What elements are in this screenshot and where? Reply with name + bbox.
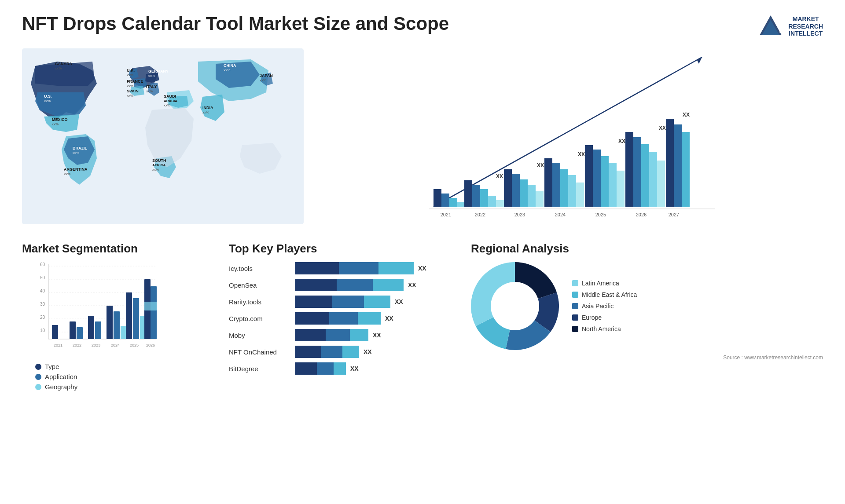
svg-text:XX: XX (578, 151, 585, 157)
player-bar-container: XX (295, 279, 416, 291)
svg-rect-73 (633, 137, 641, 207)
svg-rect-74 (641, 144, 649, 207)
donut-svg (471, 262, 559, 350)
svg-rect-81 (682, 132, 690, 207)
svg-text:INDIA: INDIA (202, 106, 213, 110)
map-section: CANADA xx% U.S. xx% MEXICO xx% BRAZIL xx… (22, 48, 308, 233)
bar-seg3 (358, 312, 381, 325)
donut-container: Latin America Middle East & Africa Asia … (471, 262, 823, 350)
svg-rect-55 (536, 191, 544, 207)
svg-rect-109 (121, 326, 127, 339)
svg-rect-69 (617, 171, 625, 207)
svg-rect-58 (544, 158, 552, 207)
player-row: Crypto.com XX (229, 312, 458, 325)
player-bar-container: XX (295, 262, 426, 274)
svg-rect-41 (457, 202, 465, 207)
legend-geography: Geography (35, 383, 216, 391)
player-label: XX (364, 348, 372, 355)
bar-seg1 (295, 262, 339, 274)
svg-text:CHINA: CHINA (224, 63, 236, 68)
svg-text:xx%: xx% (127, 84, 133, 88)
player-row: Rarity.tools XX (229, 296, 458, 308)
svg-text:2024: 2024 (555, 212, 566, 217)
bar-seg1 (295, 296, 332, 308)
logo-icon: M (757, 13, 784, 40)
svg-rect-53 (520, 179, 528, 207)
svg-text:xx%: xx% (64, 172, 70, 176)
svg-text:2024: 2024 (111, 343, 120, 347)
legend-type: Type (35, 363, 216, 370)
players-section: Top Key Players Icy.tools XX (229, 242, 458, 391)
player-name: Crypto.com (229, 315, 290, 322)
bar-seg3 (378, 262, 414, 274)
svg-rect-40 (449, 198, 457, 207)
world-map: CANADA xx% U.S. xx% MEXICO xx% BRAZIL xx… (22, 48, 308, 224)
svg-text:MEXICO: MEXICO (52, 117, 68, 122)
bar-seg2 (337, 279, 373, 291)
svg-text:2023: 2023 (92, 343, 100, 347)
regional-section: Regional Analysis (471, 242, 823, 391)
legend-geography-dot (35, 384, 41, 390)
player-name: NFT OnChained (229, 348, 290, 356)
segmentation-legend: Type Application Geography (35, 363, 216, 391)
player-label: XX (418, 265, 426, 272)
header: NFT Drops Calendar Tool Market Size and … (22, 13, 823, 40)
svg-text:FRANCE: FRANCE (127, 79, 143, 84)
page-title: NFT Drops Calendar Tool Market Size and … (22, 13, 449, 34)
svg-rect-116 (151, 286, 157, 339)
legend-type-dot (35, 364, 41, 370)
player-name: Rarity.tools (229, 298, 290, 306)
bar-seg1 (295, 312, 329, 325)
svg-rect-75 (649, 152, 657, 207)
bar-seg3 (373, 279, 404, 291)
svg-text:xx%: xx% (73, 151, 79, 155)
player-bar (295, 262, 414, 274)
bar-seg3 (334, 362, 346, 375)
segmentation-chart: 60 50 40 30 20 10 (35, 262, 158, 354)
svg-text:U.S.: U.S. (44, 94, 52, 99)
svg-rect-79 (666, 119, 674, 207)
svg-text:xx%: xx% (55, 66, 62, 70)
bar-seg3 (342, 346, 359, 358)
player-name: Moby (229, 332, 290, 339)
svg-rect-45 (472, 185, 480, 207)
svg-text:XX: XX (659, 125, 666, 131)
svg-text:GERMANY: GERMANY (148, 69, 169, 73)
svg-text:xx%: xx% (164, 103, 170, 107)
svg-text:2025: 2025 (595, 212, 606, 217)
player-bar-container: XX (295, 362, 359, 375)
bar-seg1 (295, 329, 326, 341)
bar-seg3 (350, 329, 368, 341)
svg-text:30: 30 (40, 302, 45, 307)
svg-rect-112 (133, 298, 139, 339)
svg-text:CANADA: CANADA (55, 62, 72, 66)
svg-text:xx%: xx% (224, 68, 230, 72)
player-bar-container: XX (295, 346, 372, 358)
legend-north-america: North America (572, 325, 637, 332)
svg-text:XX: XX (618, 138, 625, 144)
svg-rect-65 (585, 145, 593, 207)
svg-text:xx%: xx% (44, 99, 51, 103)
players-list: Icy.tools XX OpenSea (229, 262, 458, 375)
svg-text:M: M (779, 30, 783, 34)
svg-rect-80 (674, 124, 682, 207)
player-label: XX (373, 332, 381, 339)
svg-text:50: 50 (40, 275, 45, 280)
svg-rect-67 (601, 156, 609, 207)
bar-seg2 (317, 362, 334, 375)
svg-rect-46 (480, 189, 488, 207)
donut-legend: Latin America Middle East & Africa Asia … (572, 280, 637, 332)
svg-text:BRAZIL: BRAZIL (73, 146, 87, 150)
player-bar (295, 296, 390, 308)
svg-rect-51 (504, 169, 512, 207)
svg-rect-117 (144, 302, 157, 310)
svg-text:xx%: xx% (260, 78, 266, 82)
legend-europe: Europe (572, 314, 637, 321)
bar-chart-wrapper: 2021 XX 2022 XX 2023 (326, 53, 814, 229)
regional-title: Regional Analysis (471, 242, 823, 256)
player-row: NFT OnChained XX (229, 346, 458, 358)
svg-text:xx%: xx% (52, 122, 59, 126)
svg-text:xx%: xx% (146, 89, 153, 93)
svg-text:SPAIN: SPAIN (127, 89, 139, 93)
player-row: BitDegree XX (229, 362, 458, 375)
